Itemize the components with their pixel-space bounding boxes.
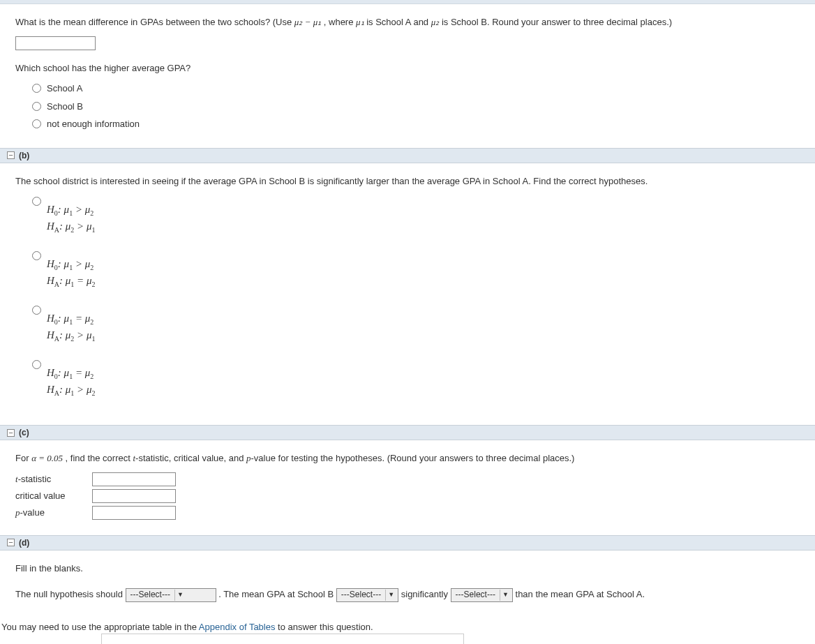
hypo-text: H0: μ1 = μ2 HA: μ1 > μ2 xyxy=(47,365,96,398)
select-text: ---Select--- xyxy=(341,587,381,603)
tstat-input[interactable] xyxy=(92,472,176,486)
fill-sentence: The null hypothesis should ---Select--- … xyxy=(15,586,800,602)
collapse-icon[interactable]: − xyxy=(7,429,15,437)
question-mean-diff: What is the mean difference in GPAs betw… xyxy=(0,4,815,148)
radio-input[interactable] xyxy=(32,84,41,93)
radio-input[interactable] xyxy=(32,360,41,369)
null-action-select[interactable]: ---Select--- ▼ xyxy=(126,588,216,602)
stats-table: t-statistic critical value p-value xyxy=(15,472,800,520)
text: -statistic, critical value, and xyxy=(135,453,246,463)
radio-school-a[interactable]: School A xyxy=(32,82,800,96)
radio-input[interactable] xyxy=(32,102,41,111)
pval-input[interactable] xyxy=(92,506,176,520)
hypo-option-2[interactable]: H0: μ1 > μ2 HA: μ1 = μ2 xyxy=(32,249,800,299)
chevron-down-icon: ▼ xyxy=(174,590,186,601)
radio-label: School A xyxy=(47,82,82,96)
text: to answer this question. xyxy=(275,622,373,632)
text: , find the correct xyxy=(66,453,133,463)
collapse-icon[interactable]: − xyxy=(7,539,15,546)
part-d-heading: Fill in the blanks. xyxy=(15,562,800,576)
is-isnot-select[interactable]: ---Select--- ▼ xyxy=(336,588,398,602)
q1-prompt: What is the mean difference in GPAs betw… xyxy=(15,15,800,29)
radio-school-b[interactable]: School B xyxy=(32,100,800,114)
part-c-prompt: For α = 0.05 , find the correct t-statis… xyxy=(15,451,800,465)
mean-diff-input[interactable] xyxy=(15,36,96,50)
text: than the mean GPA at School A. xyxy=(516,589,645,599)
radio-not-enough[interactable]: not enough information xyxy=(32,117,800,131)
radio-label: not enough information xyxy=(47,117,140,131)
hypothesis-group: H0: μ1 > μ2 HA: μ2 > μ1 H0: μ1 > μ2 HA: … xyxy=(15,195,800,408)
bottom-input-partial[interactable] xyxy=(101,634,464,644)
radio-input[interactable] xyxy=(32,251,41,260)
text: The null hypothesis should xyxy=(15,589,126,599)
q1-text: is School B. Round your answer to three … xyxy=(442,17,672,27)
higher-gpa-group: School A School B not enough information xyxy=(15,82,800,131)
section-c-label: (c) xyxy=(19,428,29,437)
text: -value for testing the hypotheses. (Roun… xyxy=(251,453,575,463)
text: For xyxy=(15,453,31,463)
pval-label: p-value xyxy=(15,507,92,518)
comparison-select[interactable]: ---Select--- ▼ xyxy=(451,588,513,602)
select-text: ---Select--- xyxy=(130,587,170,603)
mu2-symbol: μ₂ xyxy=(431,17,440,27)
tstat-row: t-statistic xyxy=(15,472,800,486)
radio-label: School B xyxy=(47,100,83,114)
hypo-option-1[interactable]: H0: μ1 > μ2 HA: μ2 > μ1 xyxy=(32,195,800,245)
part-b-prompt: The school district is interested in see… xyxy=(15,174,800,188)
section-d-label: (d) xyxy=(19,538,29,548)
radio-input[interactable] xyxy=(32,197,41,206)
crit-row: critical value xyxy=(15,489,800,503)
hypo-option-4[interactable]: H0: μ1 = μ2 HA: μ1 > μ2 xyxy=(32,358,800,408)
radio-input[interactable] xyxy=(32,306,41,315)
text: You may need to use the appropriate tabl… xyxy=(1,622,199,632)
q1-text: , where xyxy=(324,17,356,27)
collapse-icon[interactable]: − xyxy=(7,151,15,159)
tstat-label: t-statistic xyxy=(15,474,92,485)
section-b-header[interactable]: − (b) xyxy=(0,148,815,163)
chevron-down-icon: ▼ xyxy=(385,590,396,601)
appendix-note: You may need to use the appropriate tabl… xyxy=(0,615,815,634)
pval-row: p-value xyxy=(15,506,800,520)
section-c-content: For α = 0.05 , find the correct t-statis… xyxy=(0,440,815,535)
q1-formula: μ₂ − μ₁ xyxy=(294,17,321,27)
crit-label: critical value xyxy=(15,491,92,501)
alpha-expr: α = 0.05 xyxy=(31,453,63,463)
appendix-link[interactable]: Appendix of Tables xyxy=(199,622,276,632)
select-text: ---Select--- xyxy=(456,587,495,603)
section-b-content: The school district is interested in see… xyxy=(0,163,815,426)
text: significantly xyxy=(401,589,451,599)
radio-input[interactable] xyxy=(32,119,41,128)
section-c-header[interactable]: − (c) xyxy=(0,425,815,440)
hypo-option-3[interactable]: H0: μ1 = μ2 HA: μ2 > μ1 xyxy=(32,304,800,354)
q1-text: is School A and xyxy=(366,17,431,27)
hypo-text: H0: μ1 > μ2 HA: μ1 = μ2 xyxy=(47,256,96,290)
q2-prompt: Which school has the higher average GPA? xyxy=(15,61,800,75)
text: . The mean GPA at School B xyxy=(218,589,336,599)
section-d-header[interactable]: − (d) xyxy=(0,535,815,551)
hypo-text: H0: μ1 = μ2 HA: μ2 > μ1 xyxy=(47,310,96,344)
q1-text: What is the mean difference in GPAs betw… xyxy=(15,17,294,27)
section-d-content: Fill in the blanks. The null hypothesis … xyxy=(0,551,815,615)
chevron-down-icon: ▼ xyxy=(500,590,511,601)
crit-input[interactable] xyxy=(92,489,176,503)
mu1-symbol: μ₁ xyxy=(356,17,364,27)
section-b-label: (b) xyxy=(19,151,29,160)
hypo-text: H0: μ1 > μ2 HA: μ2 > μ1 xyxy=(47,202,96,235)
